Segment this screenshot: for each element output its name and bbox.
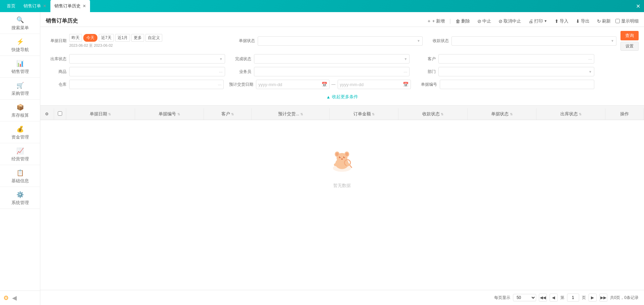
- th-checkbox[interactable]: [54, 108, 66, 120]
- data-table: ⚙ 单据日期 ⇅ 单据编号 ⇅ 客户 ⇅: [40, 108, 644, 216]
- salesperson-control: ···: [254, 67, 410, 76]
- th-order-amount-label: 订单金额: [353, 111, 371, 116]
- date-to-placeholder: yyyy-mm-dd: [340, 82, 364, 87]
- date-to-input[interactable]: yyyy-mm-dd 📅: [338, 80, 411, 89]
- customer-input[interactable]: ···: [438, 54, 594, 64]
- pagination: 每页显示 50 10 20 100 ◀◀ ◀ 第 页 ▶ ▶▶ 共0页，0条记录: [40, 290, 644, 305]
- th-payment-status[interactable]: 收款状态 ⇅: [398, 108, 467, 120]
- date-btn-custom[interactable]: 自定义: [145, 34, 162, 42]
- complete-status-select[interactable]: ▼: [254, 54, 410, 64]
- import-button[interactable]: ⬆ 导入: [552, 17, 571, 26]
- th-out-status[interactable]: 出库状态 ⇅: [536, 108, 605, 120]
- print-label: 打印: [534, 18, 543, 24]
- window-close-button[interactable]: ✕: [635, 3, 641, 9]
- warehouse-input[interactable]: ···: [69, 80, 224, 89]
- tab-home[interactable]: 首页: [3, 0, 19, 12]
- sidebar-settings-icon[interactable]: ⚙: [3, 294, 9, 302]
- customer-dots: ···: [588, 56, 592, 62]
- query-button[interactable]: 查询: [620, 31, 639, 40]
- stop-button[interactable]: ⊘ 中止: [475, 17, 494, 26]
- print-icon: 🖨: [528, 18, 533, 24]
- page-input[interactable]: [567, 294, 579, 302]
- refresh-button[interactable]: ↻ 刷新: [594, 17, 613, 26]
- next-page-button[interactable]: ▶: [589, 294, 597, 302]
- out-status-select[interactable]: ▼: [69, 54, 225, 64]
- sidebar-item-finance[interactable]: 💰 资金管理: [0, 121, 40, 143]
- date-btn-1month[interactable]: 近1月: [115, 34, 130, 42]
- payment-status-select[interactable]: ▼: [452, 36, 616, 46]
- goods-dots: ···: [219, 69, 223, 74]
- empty-cell: 暂无数据: [40, 120, 644, 216]
- import-label: 导入: [560, 18, 568, 24]
- settings-query-button[interactable]: 设置: [620, 42, 639, 51]
- display-detail-checkbox[interactable]: [615, 19, 620, 23]
- calendar-from-icon[interactable]: 📅: [321, 82, 327, 87]
- order-status-dropdown-icon: ▼: [417, 39, 420, 43]
- calendar-to-icon[interactable]: 📅: [403, 82, 409, 87]
- prev-page-button[interactable]: ◀: [550, 294, 558, 302]
- sidebar-item-system[interactable]: ⚙️ 系统管理: [0, 187, 40, 209]
- goods-input[interactable]: ···: [69, 67, 225, 76]
- delete-button[interactable]: 🗑 删除: [453, 17, 473, 26]
- sidebar-item-basic-info-label: 基础信息: [11, 178, 29, 184]
- sidebar-item-search-menu[interactable]: 🔍 搜索菜单: [0, 12, 40, 34]
- add-button[interactable]: ＋ + 新增: [424, 17, 447, 26]
- tab-sales-order-history[interactable]: 销售订单历史 ✕: [50, 0, 90, 12]
- department-select[interactable]: ▼: [438, 67, 594, 76]
- th-order-status[interactable]: 单据状态 ⇅: [467, 108, 536, 120]
- export-label: 导出: [581, 18, 590, 24]
- sidebar-item-quick-nav[interactable]: ⚡ 快捷导航: [0, 34, 40, 56]
- th-settings[interactable]: ⚙: [40, 108, 54, 120]
- export-icon: ⬇: [576, 18, 580, 24]
- content-area: 销售订单历史 ＋ + 新增 | 🗑 删除 ⊘ 中止 ⊘ 取消中止: [40, 12, 644, 305]
- tab-sales-order-close[interactable]: ✕: [43, 4, 46, 8]
- per-page-select[interactable]: 50 10 20 100: [513, 294, 536, 301]
- date-btn-today[interactable]: 今天: [83, 34, 97, 42]
- th-customer[interactable]: 客户 ⇅: [204, 108, 252, 120]
- department-control: ▼: [438, 67, 594, 76]
- salesperson-input[interactable]: ···: [254, 67, 410, 76]
- sidebar-item-purchase-mgmt[interactable]: 🛒 采购管理: [0, 78, 40, 100]
- tab-sales-order-history-close[interactable]: ✕: [83, 4, 86, 8]
- order-status-select[interactable]: ▼: [258, 36, 423, 46]
- select-all-checkbox[interactable]: [58, 111, 62, 116]
- print-button[interactable]: 🖨 打印 ▼: [526, 17, 550, 26]
- expected-delivery-control: yyyy-mm-dd 📅 — yyyy-mm-dd 📅: [256, 80, 411, 89]
- cancel-stop-label: 取消中止: [504, 18, 521, 24]
- date-btn-yesterday[interactable]: 昨天: [69, 34, 82, 42]
- th-order-amount[interactable]: 订单金额 ⇅: [330, 108, 398, 120]
- out-status-control: ▼: [69, 54, 225, 64]
- sidebar-item-operations[interactable]: 📈 经营管理: [0, 143, 40, 165]
- salesperson-dots: ···: [404, 69, 407, 74]
- last-page-button[interactable]: ▶▶: [599, 294, 607, 302]
- sidebar-item-basic-info[interactable]: 📋 基础信息: [0, 165, 40, 187]
- tab-sales-order[interactable]: 销售订单 ✕: [19, 0, 50, 12]
- export-button[interactable]: ⬇ 导出: [573, 17, 592, 26]
- display-detail-wrapper: 显示明细: [615, 18, 639, 24]
- th-order-date[interactable]: 单据日期 ⇅: [66, 108, 135, 120]
- page-header: 销售订单历史 ＋ + 新增 | 🗑 删除 ⊘ 中止 ⊘ 取消中止: [40, 12, 644, 27]
- warehouse-dots: ···: [218, 82, 221, 87]
- complete-status-control: ▼: [254, 54, 410, 64]
- date-btn-7days[interactable]: 近7天: [99, 34, 114, 42]
- th-order-no-label: 单据编号: [159, 111, 176, 116]
- order-no-input[interactable]: [440, 80, 594, 89]
- date-btn-more[interactable]: 更多: [131, 34, 144, 42]
- svg-point-5: [336, 152, 339, 156]
- cancel-stop-button[interactable]: ⊘ 取消中止: [496, 17, 524, 26]
- stop-icon: ⊘: [477, 18, 481, 24]
- date-from-input[interactable]: yyyy-mm-dd 📅: [256, 80, 329, 89]
- top-bar: 首页 销售订单 ✕ 销售订单历史 ✕ ✕: [0, 0, 644, 12]
- th-order-no[interactable]: 单据编号 ⇅: [135, 108, 204, 120]
- tab-home-label: 首页: [7, 3, 15, 9]
- collapse-button[interactable]: ▲ 收起更多条件: [46, 92, 639, 101]
- th-expected-delivery[interactable]: 预计交货... ⇅: [252, 108, 330, 120]
- sidebar-item-inventory[interactable]: 📦 库存核算: [0, 100, 40, 121]
- sidebar-item-sales-mgmt[interactable]: 📊 销售管理: [0, 56, 40, 78]
- sidebar-collapse-icon[interactable]: ◀: [12, 294, 17, 302]
- first-page-button[interactable]: ◀◀: [539, 294, 547, 302]
- stop-label: 中止: [482, 18, 491, 24]
- sort-customer-icon: ⇅: [231, 112, 234, 116]
- display-detail-label: 显示明细: [621, 18, 639, 24]
- sidebar-item-purchase-mgmt-label: 采购管理: [11, 90, 29, 97]
